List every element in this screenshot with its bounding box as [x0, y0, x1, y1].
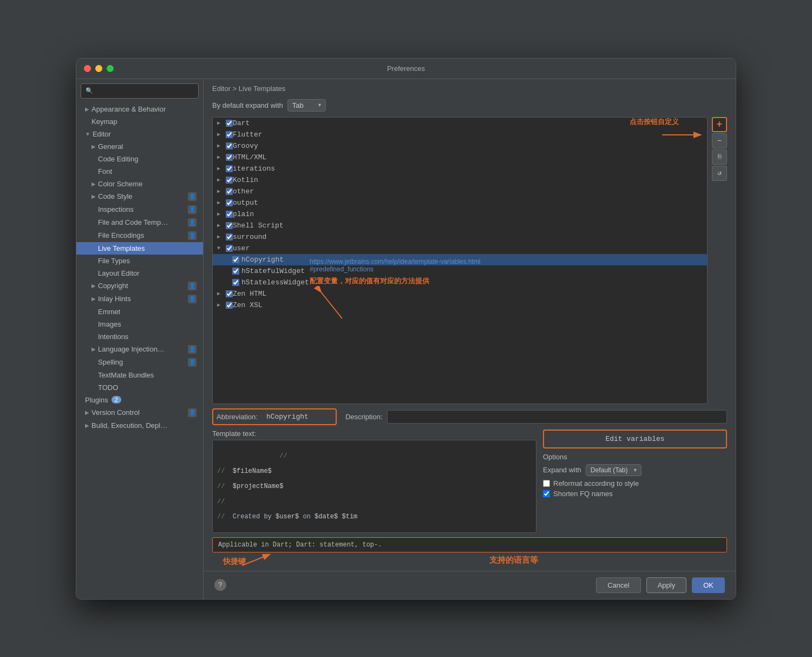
options-title: Options [543, 453, 727, 461]
sidebar-item-label: Emmet [98, 308, 120, 316]
sync-badge-icon: 👤 [188, 408, 197, 417]
template-group-iterations[interactable]: ▶ iterations [213, 163, 707, 174]
apply-button[interactable]: Apply [646, 577, 687, 593]
flutter-checkbox[interactable] [226, 131, 233, 138]
abbreviation-input[interactable] [262, 411, 332, 423]
hstatefulwidget-checkbox[interactable] [232, 268, 239, 275]
dart-checkbox[interactable] [226, 120, 233, 127]
sidebar-item-images[interactable]: Images [76, 318, 203, 330]
maximize-button[interactable] [107, 65, 114, 72]
cancel-button[interactable]: Cancel [596, 577, 640, 593]
collapse-arrow-icon: ▶ [217, 120, 224, 126]
template-hstatelesswidget[interactable]: hStatelessWidget [213, 277, 707, 288]
sidebar-item-file-types[interactable]: File Types [76, 255, 203, 267]
kotlin-checkbox[interactable] [226, 177, 233, 184]
shorten-label: Shorten FQ names [553, 490, 613, 498]
expand-with-select[interactable]: Tab Space Enter [287, 99, 326, 112]
preferences-window: Preferences 🔍 ▶ Appearance & Behavior Ke… [76, 58, 736, 600]
templates-list: ▶ Dart ▶ Flutter ▶ [212, 117, 708, 404]
template-group-surround[interactable]: ▶ surround [213, 231, 707, 243]
sidebar-item-editor[interactable]: ▼ Editor [76, 128, 203, 140]
template-group-dart[interactable]: ▶ Dart [213, 118, 707, 129]
template-hcopyright[interactable]: hCopyright [213, 254, 707, 265]
iterations-checkbox[interactable] [226, 165, 233, 172]
sidebar-item-label: File and Code Temp… [98, 218, 168, 226]
edit-variables-button[interactable]: Edit variables [543, 430, 727, 448]
sidebar-item-live-templates[interactable]: Live Templates [76, 242, 203, 255]
template-group-output[interactable]: ▶ output [213, 197, 707, 209]
close-button[interactable] [84, 65, 91, 72]
sidebar-item-code-editing[interactable]: Code Editing [76, 153, 203, 165]
sidebar-item-emmet[interactable]: Emmet [76, 305, 203, 318]
hcopyright-checkbox[interactable] [232, 256, 239, 263]
template-group-htmlxml[interactable]: ▶ HTML/XML [213, 152, 707, 163]
zenhtml-checkbox[interactable] [226, 290, 233, 297]
shorten-checkbox[interactable] [543, 490, 550, 497]
group-label: surround [233, 233, 266, 241]
sidebar-item-textmate-bundles[interactable]: TextMate Bundles [76, 369, 203, 381]
template-group-zenhtml[interactable]: ▶ Zen HTML [213, 288, 707, 300]
groovy-checkbox[interactable] [226, 142, 233, 149]
template-group-plain[interactable]: ▶ plain [213, 209, 707, 220]
template-group-other[interactable]: ▶ other [213, 186, 707, 197]
sidebar-item-copyright[interactable]: ▶ Copyright 👤 [76, 279, 203, 292]
output-checkbox[interactable] [226, 199, 233, 206]
zenxsl-checkbox[interactable] [226, 302, 233, 309]
expand-with-options-select[interactable]: Default (Tab) Tab Space Enter [586, 464, 641, 476]
sidebar-item-build-execution[interactable]: ▶ Build, Execution, Depl… [76, 419, 203, 432]
sync-badge-icon: 👤 [188, 205, 197, 214]
sidebar-item-code-style[interactable]: ▶ Code Style 👤 [76, 190, 203, 203]
template-group-flutter[interactable]: ▶ Flutter [213, 129, 707, 140]
search-box[interactable]: 🔍 [81, 83, 199, 99]
template-group-shell[interactable]: ▶ Shell Script [213, 220, 707, 231]
user-checkbox[interactable] [226, 245, 233, 252]
sidebar-item-plugins[interactable]: Plugins 2 [76, 394, 203, 406]
shorten-option-row: Shorten FQ names [543, 490, 727, 498]
sidebar-item-label: Editor [93, 130, 111, 138]
applicable-bar[interactable]: Applicable in Dart; Dart: statement, top… [212, 537, 727, 552]
sidebar-item-label: Plugins [85, 396, 108, 404]
sidebar-item-label: Build, Execution, Depl… [91, 421, 167, 430]
htmlxml-checkbox[interactable] [226, 154, 233, 161]
template-group-user[interactable]: ▼ user [213, 243, 707, 254]
remove-template-button[interactable]: − [712, 133, 727, 148]
template-hstatefulwidget[interactable]: hStatefulWidget [213, 265, 707, 277]
help-icon[interactable]: ? [214, 579, 226, 591]
template-text-area[interactable]: // // $fileName$ // $projectName$ // // … [212, 440, 536, 533]
sidebar-item-version-control[interactable]: ▶ Version Control 👤 [76, 406, 203, 419]
plain-checkbox[interactable] [226, 211, 233, 218]
minimize-button[interactable] [95, 65, 102, 72]
revert-template-button[interactable]: ↺ [712, 166, 727, 181]
sidebar-item-file-encodings[interactable]: File Encodings 👤 [76, 229, 203, 242]
shell-checkbox[interactable] [226, 222, 233, 229]
add-template-button[interactable]: + [712, 117, 727, 132]
sidebar-item-keymap[interactable]: Keymap [76, 115, 203, 128]
template-group-zenxsl[interactable]: ▶ Zen XSL [213, 300, 707, 311]
sidebar-item-inlay-hints[interactable]: ▶ Inlay Hints 👤 [76, 292, 203, 305]
description-input[interactable] [387, 410, 727, 424]
detail-panel: Abbreviation: Description: Template text… [212, 404, 727, 571]
sidebar-item-inspections[interactable]: Inspections 👤 [76, 203, 203, 216]
sidebar-item-spelling[interactable]: Spelling 👤 [76, 356, 203, 369]
sidebar-item-intentions[interactable]: Intentions [76, 330, 203, 343]
sidebar-item-layout-editor[interactable]: Layout Editor [76, 267, 203, 279]
template-group-kotlin[interactable]: ▶ Kotlin [213, 174, 707, 186]
sidebar-item-language-injection[interactable]: ▶ Language Injection… 👤 [76, 343, 203, 356]
support-label: 支持的语言等 [489, 555, 538, 565]
surround-checkbox[interactable] [226, 233, 233, 240]
hstatelesswidget-checkbox[interactable] [232, 279, 239, 286]
sidebar-item-font[interactable]: Font [76, 165, 203, 178]
ok-button[interactable]: OK [692, 577, 725, 593]
sidebar-item-general[interactable]: ▶ General [76, 140, 203, 153]
group-label: plain [233, 210, 254, 218]
reformat-checkbox[interactable] [543, 480, 550, 487]
sidebar-item-color-scheme[interactable]: ▶ Color Scheme [76, 178, 203, 190]
expand-with-options-label: Expand with [543, 466, 581, 474]
expand-arrow-icon: ▶ [91, 181, 96, 187]
template-group-groovy[interactable]: ▶ Groovy [213, 140, 707, 152]
sidebar-item-todo[interactable]: TODO [76, 381, 203, 394]
copy-template-button[interactable]: ⎘ [712, 149, 727, 165]
sidebar-item-appearance[interactable]: ▶ Appearance & Behavior [76, 103, 203, 115]
sidebar-item-file-code-templates[interactable]: File and Code Temp… 👤 [76, 216, 203, 229]
other-checkbox[interactable] [226, 188, 233, 195]
